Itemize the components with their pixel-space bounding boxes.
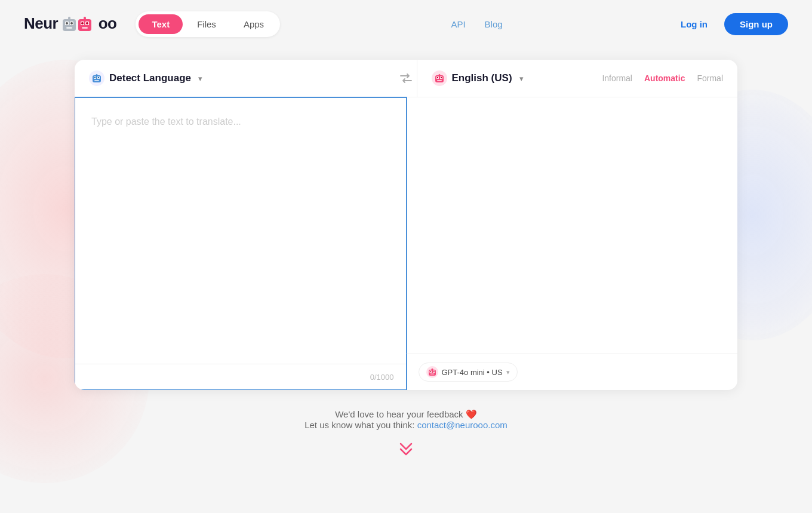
translation-output	[407, 97, 738, 354]
svg-rect-14	[84, 17, 86, 20]
svg-rect-7	[68, 17, 70, 20]
source-lang-icon	[89, 70, 104, 86]
tab-text[interactable]: Text	[139, 14, 183, 34]
source-text-input[interactable]	[75, 97, 406, 364]
nav-link-blog[interactable]: Blog	[485, 19, 503, 29]
source-panel-footer: 0/1000	[75, 364, 406, 390]
svg-rect-15	[93, 75, 101, 82]
feedback-cta: Let us know what you think: contact@neur…	[304, 420, 508, 430]
svg-point-33	[433, 371, 434, 372]
svg-point-5	[70, 22, 73, 24]
svg-rect-34	[430, 374, 434, 375]
svg-rect-27	[437, 80, 442, 81]
model-label: GPT-4o mini • US	[442, 368, 503, 377]
svg-rect-0	[63, 19, 76, 31]
model-icon	[426, 366, 438, 378]
navbar: Neur oo	[0, 0, 812, 48]
model-robot-icon	[429, 368, 436, 376]
svg-rect-21	[96, 74, 98, 76]
feedback-text: We'd love to hear your feedback ❤️	[304, 409, 508, 420]
nav-link-api[interactable]: API	[451, 19, 465, 29]
translate-card: Detect Language ▾	[75, 60, 737, 390]
formality-informal[interactable]: Informal	[602, 73, 632, 83]
svg-point-4	[66, 22, 68, 24]
source-language-selector[interactable]: Detect Language ▾	[75, 60, 395, 97]
robot-face-pink-icon	[435, 74, 444, 82]
logo-robot-icon	[63, 17, 94, 33]
svg-rect-28	[438, 74, 440, 76]
scroll-down-icon[interactable]	[398, 442, 414, 459]
language-bar: Detect Language ▾	[75, 60, 737, 97]
target-panel-footer: GPT-4o mini • US ▾	[407, 354, 738, 390]
svg-rect-13	[82, 27, 88, 29]
target-language-selector[interactable]: English (US) ▾	[432, 70, 524, 86]
target-lang-icon	[432, 70, 447, 86]
signup-button[interactable]: Sign up	[724, 13, 788, 35]
tab-apps[interactable]: Apps	[230, 14, 277, 34]
svg-point-25	[436, 77, 438, 78]
svg-rect-8	[78, 19, 91, 31]
logo[interactable]: Neur oo	[24, 14, 116, 33]
login-button[interactable]: Log in	[673, 14, 715, 34]
translation-panels: 0/1000	[75, 97, 737, 390]
nav-right: Log in Sign up	[673, 13, 788, 35]
source-lang-chevron-icon: ▾	[198, 74, 202, 83]
model-selector[interactable]: GPT-4o mini • US ▾	[419, 363, 518, 382]
target-panel: GPT-4o mini • US ▾	[407, 97, 738, 390]
nav-center: API Blog	[280, 19, 673, 29]
svg-rect-22	[435, 75, 444, 82]
formality-automatic[interactable]: Automatic	[644, 73, 685, 83]
char-count: 0/1000	[370, 373, 394, 382]
tab-files[interactable]: Files	[184, 14, 229, 34]
svg-point-11	[81, 22, 84, 24]
source-panel: 0/1000	[75, 97, 407, 390]
source-language-name: Detect Language	[109, 72, 191, 84]
svg-point-26	[440, 77, 441, 78]
feedback-email[interactable]: contact@neurooo.com	[417, 420, 508, 430]
main-content: Detect Language ▾	[0, 48, 812, 483]
swap-icon	[399, 73, 413, 84]
svg-rect-29	[429, 370, 436, 376]
target-language-name: English (US)	[452, 72, 512, 84]
formality-formal[interactable]: Formal	[697, 73, 723, 83]
svg-rect-6	[66, 27, 72, 29]
swap-languages-button[interactable]	[395, 67, 417, 89]
feedback-section: We'd love to hear your feedback ❤️ Let u…	[304, 409, 508, 430]
target-language-section: English (US) ▾ Informal Automatic Formal	[417, 60, 738, 97]
svg-point-12	[86, 22, 88, 24]
double-chevron-down-icon	[398, 442, 414, 456]
svg-point-18	[94, 77, 96, 78]
svg-point-32	[430, 371, 431, 372]
model-chevron-icon: ▾	[506, 368, 510, 376]
robot-face-blue-icon	[93, 74, 101, 82]
formality-options: Informal Automatic Formal	[602, 73, 723, 83]
svg-point-19	[98, 77, 99, 78]
target-lang-chevron-icon: ▾	[519, 74, 524, 83]
nav-tabs: Text Files Apps	[136, 11, 280, 37]
svg-rect-20	[94, 80, 99, 81]
svg-rect-35	[431, 368, 433, 370]
logo-text: Neur oo	[24, 14, 116, 33]
scroll-down-indicator	[398, 442, 414, 459]
